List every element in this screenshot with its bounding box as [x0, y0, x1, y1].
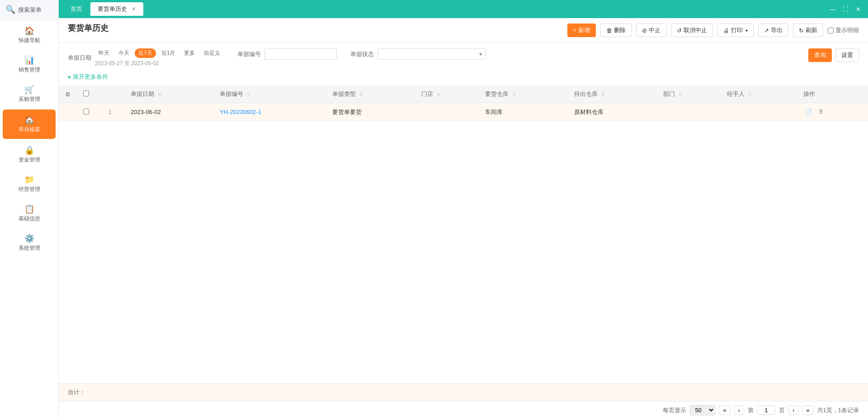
- row-checkbox[interactable]: [83, 109, 89, 114]
- sidebar-item-label-finance-mgmt: 资金管理: [19, 156, 40, 164]
- next-page-btn[interactable]: ›: [788, 405, 798, 415]
- td-handler: [722, 103, 798, 121]
- date-btn-1month[interactable]: 近1月: [158, 48, 179, 58]
- display-detail-input[interactable]: [828, 28, 834, 33]
- suspend-icon: ⊘: [642, 27, 647, 34]
- doc-icon: 📋: [24, 204, 34, 214]
- delete-button[interactable]: 🗑 删除: [600, 24, 632, 37]
- status-input[interactable]: [377, 48, 486, 60]
- expand-filter-btn[interactable]: ▾ 展开更多条件: [68, 73, 859, 81]
- page-label: 第: [748, 406, 754, 414]
- ops-icon: 📁: [24, 175, 34, 185]
- table-row: 1 2023-06-02 YH-20230602-1 要货单要货 车间库 原材料…: [59, 103, 868, 121]
- th-pending-warehouse[interactable]: 待出仓库 ⇅: [569, 86, 658, 103]
- th-department[interactable]: 部门 ⇅: [658, 86, 722, 103]
- window-close-btn[interactable]: ✕: [853, 5, 863, 14]
- page-actions: + 新增 🗑 删除 ⊘ 中止 ↺ 取消中止 🖨 打: [567, 24, 859, 37]
- date-btn-custom[interactable]: 自定义: [200, 48, 224, 58]
- sidebar-item-sales-mgmt[interactable]: 📊 销售管理: [0, 50, 58, 79]
- date-btn-more[interactable]: 更多: [180, 48, 198, 58]
- row-edit-btn[interactable]: 📄: [803, 108, 814, 116]
- settings-button[interactable]: 设置: [835, 48, 859, 62]
- tab-close-icon[interactable]: ✕: [132, 6, 136, 12]
- window-minimize-btn[interactable]: —: [827, 5, 838, 14]
- date-btn-yesterday[interactable]: 昨天: [95, 48, 113, 58]
- close-icon: ✕: [856, 6, 861, 13]
- row-actions: 📄 ⠿: [803, 108, 863, 116]
- sidebar-item-label-base-info: 基础信息: [19, 215, 40, 223]
- sidebar-item-base-info[interactable]: 📋 基础信息: [0, 199, 58, 228]
- delete-icon: 🗑: [606, 27, 612, 34]
- sidebar-item-label-quick-nav: 快捷导航: [19, 37, 40, 44]
- last-page-btn[interactable]: »: [802, 405, 813, 415]
- select-all-checkbox[interactable]: [83, 90, 89, 96]
- doc-no-filter-label: 单据编号: [237, 50, 261, 58]
- page-title-area: 要货单历史: [68, 23, 108, 38]
- page-suffix: 页: [779, 406, 785, 414]
- gear-icon: ⚙️: [24, 233, 34, 243]
- content: 要货单历史 + 新增 🗑 删除 ⊘ 中止 ↺ 取消中止: [59, 18, 868, 419]
- sidebar-item-inventory[interactable]: 🏠 库存核算: [3, 110, 56, 139]
- th-doc-type[interactable]: 单据类型 ⇅: [327, 86, 416, 103]
- th-checkbox[interactable]: [77, 86, 95, 103]
- filter-action-buttons: 查询 设置: [808, 48, 859, 62]
- sort-doc-date-icon: ⇅: [158, 92, 161, 97]
- td-req-warehouse: 车间库: [480, 103, 569, 121]
- sort-req-warehouse-icon: ⇅: [512, 92, 516, 97]
- table-body: 1 2023-06-02 YH-20230602-1 要货单要货 车间库 原材料…: [59, 103, 868, 121]
- query-button[interactable]: 查询: [808, 48, 832, 62]
- suspend-button[interactable]: ⊘ 中止: [636, 24, 666, 37]
- th-doc-no[interactable]: 单据编号 ⇅: [214, 86, 327, 103]
- th-store[interactable]: 门店 ⇅: [416, 86, 480, 103]
- sort-handler-icon: ⇅: [748, 92, 752, 97]
- total-label: 合计：: [68, 389, 85, 395]
- export-button[interactable]: ↗ 导出: [758, 24, 788, 37]
- th-req-warehouse[interactable]: 要货仓库 ⇅: [480, 86, 569, 103]
- tab-home-label: 首页: [71, 5, 82, 13]
- filter-section: 单据日期 昨天 今天 近7天 近1月 更多 自定义 2023-05-27 至 2…: [59, 43, 868, 86]
- export-icon: ↗: [764, 27, 769, 34]
- td-checkbox[interactable]: [77, 103, 95, 121]
- date-range-display: 2023-05-27 至 2023-06-02: [95, 60, 224, 67]
- th-doc-date[interactable]: 单据日期 ⇅: [125, 86, 214, 103]
- th-handler[interactable]: 经手人 ⇅: [722, 86, 798, 103]
- sidebar-item-sys-mgmt[interactable]: ⚙️ 系统管理: [0, 228, 58, 257]
- sidebar-item-purchase-mgmt[interactable]: 🛒 采购管理: [0, 79, 58, 109]
- tab-requisition-history-label: 要货单历史: [98, 5, 127, 13]
- print-button[interactable]: 🖨 打印 ▾: [717, 24, 754, 37]
- filter-expand-row: ▾ 展开更多条件: [59, 67, 868, 86]
- sidebar: 🔍 搜索菜单 🏠 快捷导航 📊 销售管理 🛒 采购管理 🏠 库存核算 🔒 资金管…: [0, 0, 59, 419]
- date-btn-7days[interactable]: 近7天: [135, 48, 156, 58]
- sidebar-item-ops-mgmt[interactable]: 📁 经营管理: [0, 169, 58, 199]
- th-settings[interactable]: ⚙: [59, 86, 77, 103]
- export-label: 导出: [771, 26, 783, 34]
- td-store: [416, 103, 480, 121]
- window-maximize-btn[interactable]: ⛶: [840, 5, 851, 14]
- home-icon: 🏠: [24, 26, 34, 36]
- refresh-button[interactable]: ↻ 刷新: [793, 24, 823, 37]
- doc-no-link[interactable]: YH-20230602-1: [220, 109, 261, 115]
- suspend-label: 中止: [649, 26, 660, 34]
- cancel-suspend-label: 取消中止: [684, 26, 707, 34]
- row-more-btn[interactable]: ⠿: [817, 108, 825, 116]
- cancel-suspend-button[interactable]: ↺ 取消中止: [671, 24, 713, 37]
- sidebar-item-finance-mgmt[interactable]: 🔒 资金管理: [0, 140, 58, 169]
- pagination-bar: 每页显示 50 100 « ‹ 第 页 › » 共1页，1条记录: [59, 401, 868, 419]
- per-page-select[interactable]: 50 100: [690, 405, 715, 415]
- doc-no-input[interactable]: [264, 48, 337, 60]
- tab-home[interactable]: 首页: [63, 2, 90, 16]
- first-page-btn[interactable]: «: [719, 405, 730, 415]
- table-footer: 合计：: [59, 383, 868, 401]
- cart-icon: 🛒: [24, 85, 34, 95]
- sidebar-search[interactable]: 🔍 搜索菜单: [0, 0, 58, 20]
- sidebar-item-quick-nav[interactable]: 🏠 快捷导航: [0, 20, 58, 50]
- sidebar-item-label-sales-mgmt: 销售管理: [19, 66, 40, 74]
- page-input[interactable]: [757, 405, 775, 415]
- tab-requisition-history[interactable]: 要货单历史 ✕: [90, 2, 143, 16]
- new-button[interactable]: + 新增: [567, 24, 596, 37]
- display-detail-checkbox[interactable]: 显示明细: [828, 26, 859, 34]
- date-btn-today[interactable]: 今天: [115, 48, 133, 58]
- td-pending-warehouse: 原材料仓库: [569, 103, 658, 121]
- topbar: 首页 要货单历史 ✕ — ⛶ ✕: [59, 0, 868, 18]
- prev-page-btn[interactable]: ‹: [734, 405, 744, 415]
